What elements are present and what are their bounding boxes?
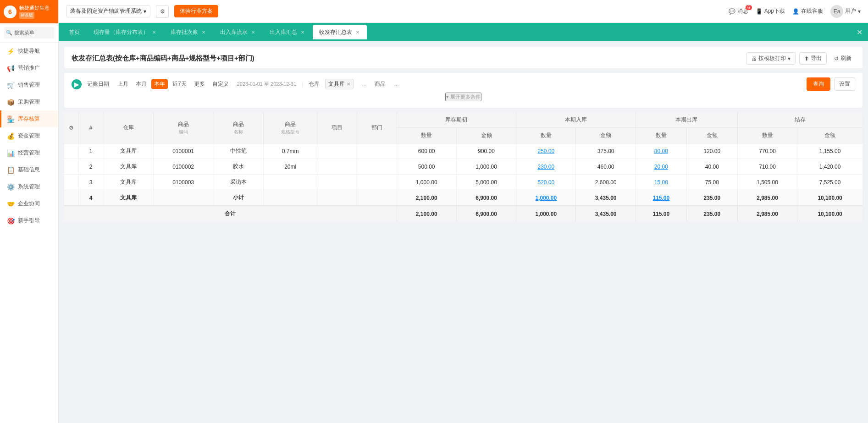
tab-close-stock-summary[interactable]: ✕ <box>355 29 360 36</box>
sidebar-item-operation[interactable]: 📊 经营管理 <box>0 144 58 161</box>
sidebar-item-basic[interactable]: 📋 基础信息 <box>0 161 58 178</box>
warehouse-ellipsis-button[interactable]: ... <box>359 80 369 88</box>
tab-stock-summary[interactable]: 收发存汇总表 ✕ <box>313 25 367 39</box>
row-opening-amount: 900.00 <box>456 143 516 159</box>
system-selector[interactable]: 装备及固定资产辅助管理系统 ▾ <box>66 5 150 17</box>
quick-nav-icon: ⚡ <box>7 48 14 55</box>
tab-in-out-summary[interactable]: 出入库汇总 ✕ <box>263 25 312 39</box>
table-header-group-row: ⚙ # 仓库 商品编码 商品名称 商品规格型号 项目 部门 库存期初 本期入库 … <box>64 112 862 128</box>
expand-conditions-button[interactable]: ▾ 展开更多条件 <box>445 93 481 101</box>
table-col-goods-name: 商品名称 <box>213 112 264 143</box>
row-closing-qty: 1,505.00 <box>737 175 797 190</box>
date-btn-last-month[interactable]: 上月 <box>115 79 131 89</box>
purchase-icon: 📦 <box>7 99 14 106</box>
date-btn-7days[interactable]: 近7天 <box>170 79 189 89</box>
page-header-card: 收发存汇总表(按仓库+商品编码+商品+规格型号+项目+部门) 🖨 按模板打印 ▾… <box>64 47 862 68</box>
query-button[interactable]: 查询 <box>807 77 830 91</box>
tab-bar: 首页 现存量（库存分布表） ✕ 库存批次账 ✕ 出入库流水 ✕ 出入库汇总 ✕ … <box>59 23 868 41</box>
sidebar-item-marketing[interactable]: 📢 营销推广 <box>0 60 58 77</box>
row-opening-amount: 5,000.00 <box>456 175 516 190</box>
app-download-action[interactable]: 📱 App下载 <box>756 7 785 15</box>
row-in-qty[interactable]: 250.00 <box>516 143 576 159</box>
row-in-qty[interactable]: 520.00 <box>516 175 576 190</box>
online-service-action[interactable]: 👤 在线客服 <box>792 7 823 15</box>
row-dept <box>357 143 397 159</box>
export-button[interactable]: ⬆ 导出 <box>799 52 827 65</box>
row-goods-name: 小计 <box>213 190 264 206</box>
sidebar-item-system[interactable]: ⚙️ 系统管理 <box>0 178 58 195</box>
date-btn-more[interactable]: 更多 <box>191 79 208 89</box>
tab-close-in-out-flow[interactable]: ✕ <box>250 29 256 36</box>
row-out-qty[interactable]: 15.00 <box>636 175 686 190</box>
row-opening-amount: 1,000.00 <box>456 159 516 175</box>
table-col-goods-spec: 商品规格型号 <box>263 112 317 143</box>
table-sub-col-closing-amount: 金额 <box>797 128 862 143</box>
footer-in-amount: 3,435.00 <box>576 206 636 221</box>
row-in-qty[interactable]: 230.00 <box>516 159 576 175</box>
sidebar-item-finance[interactable]: 💰 资金管理 <box>0 127 58 144</box>
table-row: 3 文具库 0100003 采访本 1,000.00 5,000.00 520.… <box>64 175 862 190</box>
message-badge: 6 <box>746 5 752 10</box>
row-in-qty[interactable]: 1,000.00 <box>516 190 576 206</box>
sidebar-item-enterprise[interactable]: 🤝 企业协同 <box>0 195 58 212</box>
expand-row: ▾ 展开更多条件 <box>72 91 855 103</box>
footer-opening-amount: 6,900.00 <box>456 206 516 221</box>
date-btn-custom[interactable]: 自定义 <box>210 79 232 89</box>
download-icon: 📱 <box>756 8 763 15</box>
row-settings <box>64 159 79 175</box>
user-action[interactable]: Ea 用户 ▾ <box>830 5 861 18</box>
enterprise-icon: 🤝 <box>7 200 14 208</box>
date-quick-buttons: 上月 本月 本年 近7天 更多 自定义 <box>115 79 232 89</box>
footer-closing-amount: 10,100.00 <box>797 206 862 221</box>
sidebar-nav: ⚡ 快捷导航 📢 营销推广 🛒 销售管理 📦 采购管理 🏪 库存核算 💰 <box>0 43 58 423</box>
sidebar-item-sales[interactable]: 🛒 销售管理 <box>0 77 58 93</box>
tab-close-batch-account[interactable]: ✕ <box>201 29 206 36</box>
guide-icon: 🎯 <box>7 217 14 225</box>
footer-out-qty: 115.00 <box>636 206 686 221</box>
message-action[interactable]: 💬 消息 6 <box>729 7 748 15</box>
page-header-row: 收发存汇总表(按仓库+商品编码+商品+规格型号+项目+部门) 🖨 按模板打印 ▾… <box>64 47 862 68</box>
goods-ellipsis-button[interactable]: ... <box>391 80 401 88</box>
table-sub-col-opening-amount: 金额 <box>456 128 516 143</box>
sidebar-item-guide[interactable]: 🎯 新手引导 <box>0 212 58 229</box>
table-body: 1 文具库 0100001 中性笔 0.7mm 600.00 900.00 25… <box>64 143 862 206</box>
table-footer-row: 合计 2,100.00 6,900.00 1,000.00 3,435.00 1… <box>64 206 862 221</box>
experience-button[interactable]: 体验行业方案 <box>174 5 218 17</box>
footer-in-qty: 1,000.00 <box>516 206 576 221</box>
table-col-in-group: 本期入库 <box>516 112 636 128</box>
filter-toggle-button[interactable]: ▶ <box>72 79 82 89</box>
row-opening-qty: 2,100.00 <box>397 190 456 206</box>
date-btn-this-year[interactable]: 本年 <box>151 79 168 89</box>
row-goods-code: 0100001 <box>153 143 213 159</box>
date-btn-this-month[interactable]: 本月 <box>133 79 149 89</box>
search-menu-button[interactable]: 🔍 搜索菜单 <box>4 27 55 38</box>
tab-in-out-flow[interactable]: 出入库流水 ✕ <box>214 25 262 39</box>
tab-close-in-out-summary[interactable]: ✕ <box>300 29 305 36</box>
system-name: 装备及固定资产辅助管理系统 <box>70 7 142 15</box>
row-out-amount: 40.00 <box>686 159 737 175</box>
row-out-qty[interactable]: 80.00 <box>636 143 686 159</box>
footer-opening-qty: 2,100.00 <box>397 206 456 221</box>
table-row: 1 文具库 0100001 中性笔 0.7mm 600.00 900.00 25… <box>64 143 862 159</box>
row-goods-spec <box>263 175 317 190</box>
warehouse-tag-close[interactable]: ✕ <box>347 82 350 87</box>
header-settings-button[interactable]: ⚙ <box>156 5 169 18</box>
tab-close-inventory-distribution[interactable]: ✕ <box>151 29 157 36</box>
sidebar-item-quick-nav[interactable]: ⚡ 快捷导航 <box>0 43 58 60</box>
tab-bar-close-button[interactable]: ✕ <box>855 26 864 38</box>
tab-batch-account[interactable]: 库存批次账 ✕ <box>164 25 213 39</box>
footer-label: 合计 <box>64 206 397 221</box>
row-out-qty[interactable]: 20.00 <box>636 159 686 175</box>
row-goods-spec: 0.7mm <box>263 143 317 159</box>
print-template-button[interactable]: 🖨 按模板打印 ▾ <box>746 52 796 65</box>
row-out-qty[interactable]: 115.00 <box>636 190 686 206</box>
refresh-button[interactable]: ↺ 刷新 <box>830 53 855 64</box>
row-out-amount: 120.00 <box>686 143 737 159</box>
filter-settings-button[interactable]: 设置 <box>834 77 855 91</box>
row-goods-name: 中性笔 <box>213 143 264 159</box>
row-closing-qty: 770.00 <box>737 143 797 159</box>
tab-home[interactable]: 首页 <box>62 25 86 39</box>
sidebar-item-purchase[interactable]: 📦 采购管理 <box>0 93 58 110</box>
tab-inventory-distribution[interactable]: 现存量（库存分布表） ✕ <box>87 25 163 39</box>
sidebar-item-inventory[interactable]: 🏪 库存核算 <box>0 110 58 127</box>
